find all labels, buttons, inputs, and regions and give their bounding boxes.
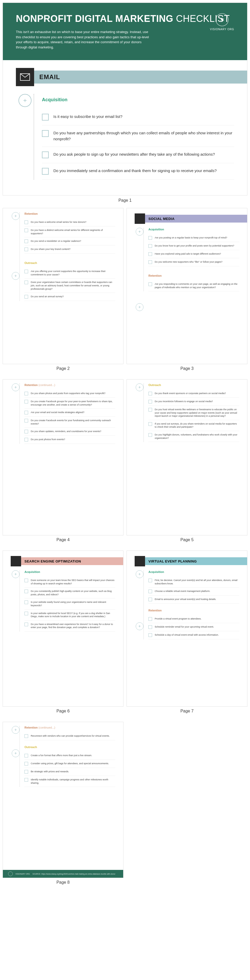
checkbox[interactable] xyxy=(148,598,152,601)
section-banner-email: EMAIL xyxy=(3,68,247,86)
checkbox[interactable] xyxy=(42,114,49,121)
seo-icon xyxy=(11,556,21,566)
checkbox[interactable] xyxy=(24,762,28,765)
checkbox[interactable] xyxy=(24,734,28,738)
timeline: + xyxy=(16,94,34,180)
page-4: + Retention (continued...) Do you share … xyxy=(3,379,123,535)
checkbox[interactable] xyxy=(148,236,152,240)
page-1: NONPROFIT DIGITAL MARKETING CHECKLIST Th… xyxy=(3,3,247,196)
checklist-item: Do you ask people to sign up for your ne… xyxy=(42,147,234,163)
items: Acquisition Is it easy to subscribe to y… xyxy=(42,94,234,180)
checklist-item: Do you immediately send a confirmation a… xyxy=(42,163,234,180)
checkbox[interactable] xyxy=(148,244,152,248)
checkbox[interactable] xyxy=(148,252,152,256)
page-title: NONPROFIT DIGITAL MARKETING CHECKLIST xyxy=(16,13,234,24)
page-label: Page 1 xyxy=(0,198,250,203)
checkbox[interactable] xyxy=(42,168,49,175)
checkbox[interactable] xyxy=(24,295,28,299)
page-5: + Outreach Do you thank event sponsors o… xyxy=(127,379,247,535)
plus-icon: + xyxy=(12,212,19,220)
checkbox[interactable] xyxy=(148,617,152,621)
subsection-title: Acquisition xyxy=(42,94,234,103)
checkbox[interactable] xyxy=(24,270,28,273)
virtual-icon xyxy=(135,556,145,566)
header: NONPROFIT DIGITAL MARKETING CHECKLIST Th… xyxy=(3,3,247,60)
plus-icon: + xyxy=(136,303,143,311)
checkbox[interactable] xyxy=(148,433,152,437)
checkbox[interactable] xyxy=(24,400,28,404)
checkbox[interactable] xyxy=(24,411,28,414)
checkbox[interactable] xyxy=(148,625,152,629)
checkbox[interactable] xyxy=(24,392,28,395)
checkbox[interactable] xyxy=(24,754,28,757)
checkbox[interactable] xyxy=(148,392,152,395)
checkbox[interactable] xyxy=(42,151,49,158)
content: + Acquisition Is it easy to subscribe to… xyxy=(3,86,247,195)
plus-icon: + xyxy=(12,726,19,734)
checkbox[interactable] xyxy=(148,400,152,404)
plus-icon: + xyxy=(136,570,143,578)
checkbox[interactable] xyxy=(24,430,28,433)
checklist-item: Is it easy to subscribe to your email li… xyxy=(42,109,234,126)
checkbox[interactable] xyxy=(148,579,152,582)
plus-icon: + xyxy=(12,570,19,578)
logo: ✶ VISIONARY ORG xyxy=(210,13,234,31)
checkbox[interactable] xyxy=(24,221,28,224)
plus-icon: + xyxy=(12,272,19,280)
checkbox[interactable] xyxy=(24,600,28,604)
envelope-icon xyxy=(16,68,34,86)
checkbox[interactable] xyxy=(24,248,28,251)
logo-text: VISIONARY ORG xyxy=(210,28,234,31)
checkbox[interactable] xyxy=(148,260,152,264)
checkbox[interactable] xyxy=(24,590,28,593)
checkbox[interactable] xyxy=(24,281,28,284)
checkbox[interactable] xyxy=(148,633,152,637)
checkbox[interactable] xyxy=(148,590,152,593)
plus-icon: + xyxy=(136,622,143,630)
pages-grid: ++ Retention Do you have a welcome email… xyxy=(0,208,250,890)
section-title: EMAIL xyxy=(39,73,60,81)
social-icon xyxy=(135,213,145,224)
checkbox[interactable] xyxy=(148,408,152,412)
plus-icon: + xyxy=(19,94,32,107)
intro-text: This isn't an exhaustive list on which t… xyxy=(16,29,151,50)
plus-icon: + xyxy=(136,228,143,235)
logo-icon xyxy=(8,872,13,876)
page-7: VIRTUAL EVENT PLANNING ++ Acquisition Fi… xyxy=(127,550,247,707)
checkbox[interactable] xyxy=(24,419,28,422)
footer: VISIONARY ORG SOURCE: https://www.classy… xyxy=(3,870,123,878)
checkbox[interactable] xyxy=(24,229,28,232)
logo-icon: ✶ xyxy=(216,13,229,26)
checkbox[interactable] xyxy=(24,438,28,441)
checkbox[interactable] xyxy=(148,282,152,286)
page-6: SEARCH ENGINE OPTIMIZATION + Acquisition… xyxy=(3,550,123,707)
checkbox[interactable] xyxy=(24,612,28,615)
page-2: ++ Retention Do you have a welcome email… xyxy=(3,208,123,364)
checkbox[interactable] xyxy=(24,778,28,782)
checkbox[interactable] xyxy=(24,239,28,243)
page-8: ++ Retention (continued...) Reconnect wi… xyxy=(3,722,123,878)
plus-icon: + xyxy=(12,749,19,757)
plus-icon: + xyxy=(12,383,19,391)
checkbox[interactable] xyxy=(42,130,49,137)
page-3: SOCIAL MEDIA ++ Acquisition Are you post… xyxy=(127,208,247,364)
checkbox[interactable] xyxy=(148,422,152,426)
checkbox[interactable] xyxy=(24,579,28,582)
checkbox[interactable] xyxy=(24,623,28,626)
checklist-item: Do you have any partnerships through whi… xyxy=(42,126,234,147)
checkbox[interactable] xyxy=(24,770,28,773)
plus-icon: + xyxy=(136,383,143,391)
